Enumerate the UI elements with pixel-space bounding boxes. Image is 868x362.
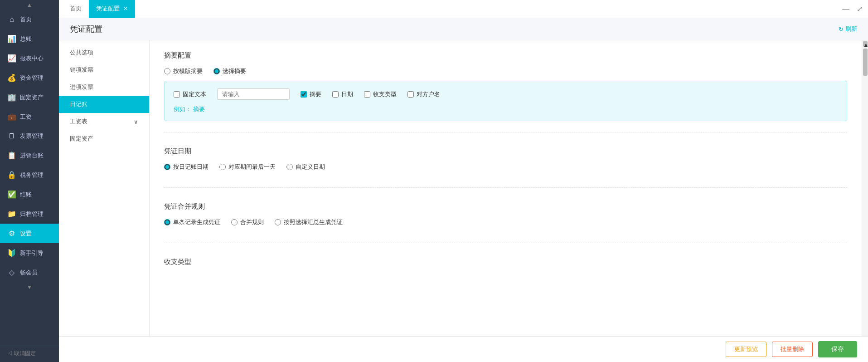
main-area: 首页 凭证配置 ✕ — ⤢ 凭证配置 ↻ 刷新 公共选项 — [59, 0, 868, 362]
archive-icon: 📁 — [7, 210, 16, 218]
radio-custom-date[interactable]: 自定义日期 — [286, 163, 325, 171]
nav-public[interactable]: 公共选项 — [59, 44, 149, 61]
tab-maximize-button[interactable]: ⤢ — [855, 5, 864, 13]
sidebar-item-home[interactable]: ⌂ 首页 — [0, 10, 59, 29]
sidebar-item-label: 总账 — [20, 35, 32, 43]
single-record-input[interactable] — [164, 219, 170, 225]
radio-select-input[interactable] — [213, 68, 220, 74]
tab-actions: — ⤢ — [840, 5, 864, 13]
tab-minimize-button[interactable]: — — [840, 5, 851, 13]
sidebar-item-salary[interactable]: 💼 工资 — [0, 107, 59, 127]
radio-merge-rule[interactable]: 合并规则 — [231, 218, 264, 226]
merge-radio-group: 单条记录生成凭证 合并规则 按照选择汇总生成凭证 — [164, 218, 847, 226]
tab-home[interactable]: 首页 — [63, 0, 89, 18]
checkbox-counterparty[interactable]: 对方户名 — [407, 90, 440, 98]
payment-type-label: 收支类型 — [373, 90, 397, 98]
settings-icon: ⚙ — [7, 229, 16, 238]
checkbox-summary[interactable]: 摘要 — [301, 90, 321, 98]
guide-icon: 🔰 — [7, 249, 16, 257]
sidebar-item-label: 固定资产 — [20, 93, 44, 102]
radio-select-merge[interactable]: 按照选择汇总生成凭证 — [275, 218, 343, 226]
sidebar-item-invoice[interactable]: 🗒 发票管理 — [0, 127, 59, 146]
sidebar-scroll-down[interactable]: ▼ — [0, 282, 59, 292]
single-record-label: 单条记录生成凭证 — [173, 218, 220, 226]
update-preview-button[interactable]: 更新预览 — [726, 342, 766, 357]
sidebar-item-member[interactable]: ◇ 畅会员 — [0, 263, 59, 282]
date-check-label: 日期 — [341, 90, 353, 98]
radio-select-label: 选择摘要 — [223, 67, 246, 75]
sidebar-unpin[interactable]: ◁ 取消固定 — [0, 345, 59, 362]
asset-icon: 🏢 — [7, 93, 16, 102]
select-merge-input[interactable] — [275, 219, 281, 225]
sidebar-item-tax[interactable]: 🔒 税务管理 — [0, 165, 59, 185]
fixed-text-field[interactable] — [217, 88, 290, 100]
settle-icon: ✅ — [7, 190, 16, 199]
sidebar-item-asset[interactable]: 🏢 固定资产 — [0, 88, 59, 107]
fixed-text-input[interactable] — [174, 91, 180, 98]
radio-template-input[interactable] — [164, 68, 170, 74]
checkbox-date[interactable]: 日期 — [332, 90, 353, 98]
sidebar-item-settings[interactable]: ⚙ 设置 — [0, 224, 59, 243]
example-label: 例如： — [174, 106, 191, 113]
nav-sales-label: 销项发票 — [70, 66, 93, 74]
nav-sales[interactable]: 销项发票 — [59, 61, 149, 78]
action-bar: 更新预览 批量删除 保存 — [59, 336, 868, 362]
sidebar-item-settle[interactable]: ✅ 结账 — [0, 185, 59, 204]
radio-template-mode[interactable]: 按模版摘要 — [164, 67, 203, 75]
payment-type-title: 收支类型 — [164, 258, 847, 266]
book-date-input[interactable] — [164, 164, 170, 170]
payment-type-input[interactable] — [364, 91, 370, 98]
sidebar-item-label: 新手引导 — [20, 249, 44, 257]
counterparty-label: 对方户名 — [417, 90, 440, 98]
example-text: 例如： 摘要 — [174, 105, 838, 113]
checkbox-payment-type[interactable]: 收支类型 — [364, 90, 397, 98]
right-content: 摘要配置 按模版摘要 选择摘要 — [150, 40, 862, 336]
fund-icon: 💰 — [7, 73, 16, 82]
summary-radio-group: 按模版摘要 选择摘要 — [164, 67, 847, 75]
section-summary: 摘要配置 按模版摘要 选择摘要 — [164, 51, 847, 132]
refresh-button[interactable]: ↻ 刷新 — [839, 25, 857, 39]
nav-fixed-asset-label: 固定资产 — [70, 135, 93, 143]
radio-book-date[interactable]: 按日记账日期 — [164, 163, 209, 171]
custom-date-input[interactable] — [286, 164, 293, 170]
sidebar-scroll-up[interactable]: ▲ — [0, 0, 59, 10]
period-last-label: 对应期间最后一天 — [228, 163, 276, 171]
select-merge-label: 按照选择汇总生成凭证 — [284, 218, 343, 226]
tab-voucher[interactable]: 凭证配置 ✕ — [89, 0, 135, 18]
merge-rule-input[interactable] — [231, 219, 238, 225]
tab-home-label: 首页 — [70, 5, 82, 13]
checkbox-fixed-text[interactable]: 固定文本 — [174, 90, 206, 98]
batch-delete-button[interactable]: 批量删除 — [772, 342, 813, 357]
period-last-input[interactable] — [219, 164, 226, 170]
scroll-up-arrow[interactable]: ▲ — [863, 41, 868, 47]
nav-payroll[interactable]: 工资表 ∨ — [59, 113, 149, 130]
salary-icon: 💼 — [7, 113, 16, 121]
sidebar-item-label: 归档管理 — [20, 210, 44, 218]
nav-journal-label: 日记账 — [70, 100, 87, 108]
content-header: 凭证配置 ↻ 刷新 — [59, 18, 868, 40]
sidebar-item-report[interactable]: 📈 报表中心 — [0, 49, 59, 68]
radio-period-last[interactable]: 对应期间最后一天 — [219, 163, 276, 171]
radio-template-label: 按模版摘要 — [173, 67, 203, 75]
scroll-thumb[interactable] — [863, 49, 868, 76]
nav-purchase[interactable]: 进项发票 — [59, 78, 149, 96]
summary-check-input[interactable] — [301, 91, 307, 98]
home-icon: ⌂ — [7, 15, 16, 24]
merge-rule-label: 合并规则 — [240, 218, 264, 226]
sidebar-item-fund[interactable]: 💰 资金管理 — [0, 68, 59, 88]
nav-fixed-asset[interactable]: 固定资产 — [59, 130, 149, 147]
outer-scrollbar[interactable]: ▲ — [862, 40, 868, 336]
sidebar-item-archive[interactable]: 📁 归档管理 — [0, 204, 59, 224]
sidebar-item-inout[interactable]: 📋 进销台账 — [0, 146, 59, 165]
radio-select-mode[interactable]: 选择摘要 — [213, 67, 246, 75]
counterparty-input[interactable] — [407, 91, 414, 98]
sidebar-item-label: 进销台账 — [20, 152, 44, 160]
date-check-input[interactable] — [332, 91, 339, 98]
radio-single-record[interactable]: 单条记录生成凭证 — [164, 218, 220, 226]
sidebar-item-guide[interactable]: 🔰 新手引导 — [0, 243, 59, 263]
save-button[interactable]: 保存 — [818, 341, 857, 357]
sidebar-item-label: 发票管理 — [20, 132, 44, 140]
nav-journal[interactable]: 日记账 — [59, 96, 149, 113]
sidebar-item-ledger[interactable]: 📊 总账 — [0, 29, 59, 49]
tab-close-icon[interactable]: ✕ — [123, 5, 128, 12]
